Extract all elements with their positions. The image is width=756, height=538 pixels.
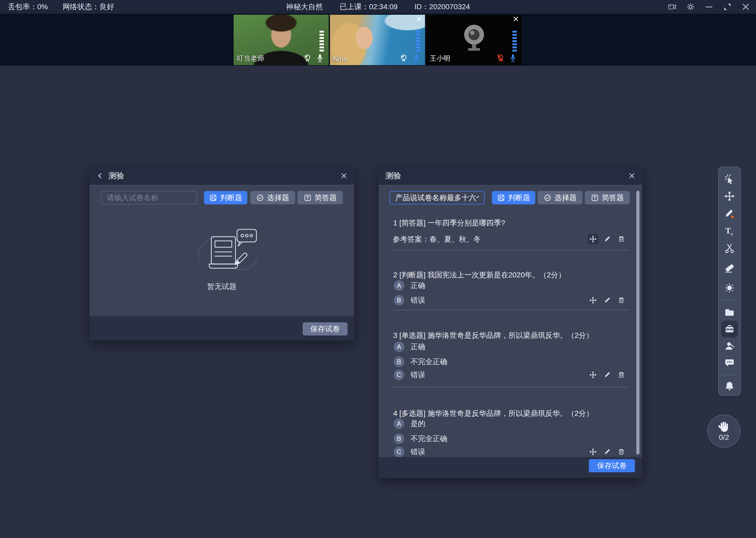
hand-icon [718,421,730,433]
courseware-folder-icon[interactable] [723,306,736,319]
close-video-icon[interactable] [513,16,519,23]
settings-gear-icon[interactable] [686,2,695,11]
pen-tool-icon[interactable] [723,207,736,220]
delete-question-icon[interactable] [616,234,627,244]
chat-icon[interactable] [723,356,736,369]
camera-on-icon[interactable] [399,54,408,63]
quiz-dialog-empty: 测验 判断题 选择题 [89,167,354,341]
video-tile-nina: Nina [330,15,425,65]
add-truefalse-button[interactable]: 判断题 [204,191,247,204]
close-video-icon[interactable] [416,16,422,23]
option-row: B 不完全正确 [394,356,447,367]
mic-on-icon[interactable] [315,54,324,63]
scissors-tool-icon[interactable] [723,242,736,255]
option-row: C 错误 [394,370,425,380]
raise-hand-button[interactable]: 0/2 [707,414,740,448]
close-icon[interactable] [339,171,348,180]
edit-question-icon[interactable] [602,370,612,380]
question-divider [393,387,629,387]
add-truefalse-button[interactable]: 判断题 [492,191,535,204]
participant-name: Nina [333,55,347,63]
button-label: 简答题 [602,193,624,203]
close-window-icon[interactable] [741,2,750,11]
dialog-title: 测验 [109,171,124,181]
toolbar-divider [722,375,737,375]
dialog-body: 判断题 选择题 简答题 [89,186,354,316]
option-text: 错误 [410,370,425,380]
add-shortanswer-button[interactable]: 简答题 [585,191,630,204]
save-quiz-button[interactable]: 保存试卷 [303,322,348,336]
text-tool-icon[interactable]: T [723,224,736,238]
brightness-tool-icon[interactable] [723,281,736,295]
dialog-footer: 保存试卷 [379,457,642,478]
quiz-name-input[interactable] [101,191,197,204]
question-title: 1 [简答题] 一年四季分别是哪四季? [393,218,505,228]
participant-name: 王小明 [430,54,450,63]
add-choice-button[interactable]: 选择题 [250,191,295,204]
edit-question-icon[interactable] [602,447,612,457]
add-choice-button[interactable]: 选择题 [538,191,583,204]
video-strip: 叮当老师 [0,14,756,66]
record-camera-icon[interactable] [668,2,677,11]
option-text: 正确 [410,281,425,291]
whiteboard-toolbar: T [718,167,741,396]
toolbox-icon[interactable] [723,323,736,336]
camera-on-icon[interactable] [303,54,312,63]
question-title: 4 [多选题] 施华洛世奇是反华品牌，所以梁鼎琪反华。（2分） [393,408,593,418]
camera-off-icon[interactable] [496,54,505,63]
delete-question-icon[interactable] [616,370,627,380]
choice-icon [543,194,551,202]
dialog-header: 测验 [89,167,354,186]
edit-question-icon[interactable] [602,234,612,244]
move-question-icon[interactable] [588,370,598,380]
empty-state-text: 暂无试题 [89,282,354,292]
option-badge: B [394,356,404,367]
close-icon[interactable] [627,171,636,180]
option-badge: B [394,433,404,444]
move-question-icon[interactable] [588,234,598,244]
video-tile-wangxiaoming: 王小明 [427,15,522,65]
laser-pointer-icon[interactable] [723,172,736,186]
shortanswer-icon [304,194,311,202]
option-text: 正确 [410,342,425,352]
truefalse-icon [497,194,505,202]
session-info: 神秘大自然 已上课：02:34:09 ID：2020070324 [286,0,470,14]
svg-text:T: T [725,226,731,235]
eraser-tool-icon[interactable] [723,262,736,275]
mic-on-icon[interactable] [508,54,517,63]
scrollbar-thumb[interactable] [636,191,639,455]
mic-on-icon[interactable] [412,54,421,63]
button-label: 选择题 [267,193,289,203]
add-shortanswer-button[interactable]: 简答题 [298,191,343,204]
dialog-header: 测验 [379,167,642,186]
option-badge: C [394,370,404,380]
minimize-icon[interactable] [705,2,714,11]
option-row: B 不完全正确 [394,433,447,444]
back-icon[interactable] [96,172,104,180]
quiz-name-input[interactable] [390,191,485,204]
option-row: A 是的 [394,418,425,429]
question-actions [588,370,627,380]
option-badge: A [394,280,404,291]
toolbar-divider [722,300,737,300]
option-text: 不完全正确 [410,434,447,444]
participants-icon[interactable] [723,340,736,353]
delete-question-icon[interactable] [616,447,627,457]
truefalse-icon [209,194,217,202]
option-text: 错误 [410,447,425,457]
dialog-title: 测验 [385,171,401,181]
participant-name: 叮当老师 [237,54,264,63]
delete-question-icon[interactable] [616,295,627,305]
move-question-icon[interactable] [588,295,598,305]
move-tool-icon[interactable] [723,190,736,203]
room-id-label: ID：2020070324 [414,2,470,12]
button-label: 简答题 [315,193,337,203]
restore-window-icon[interactable] [723,2,732,11]
edit-question-icon[interactable] [602,295,612,305]
move-question-icon[interactable] [588,447,598,457]
save-quiz-button[interactable]: 保存试卷 [589,459,635,472]
question-divider [393,310,629,310]
notifications-bell-icon[interactable] [723,380,736,393]
button-label: 判断题 [508,193,530,203]
packet-loss-label: 丢包率：0% [8,2,48,12]
